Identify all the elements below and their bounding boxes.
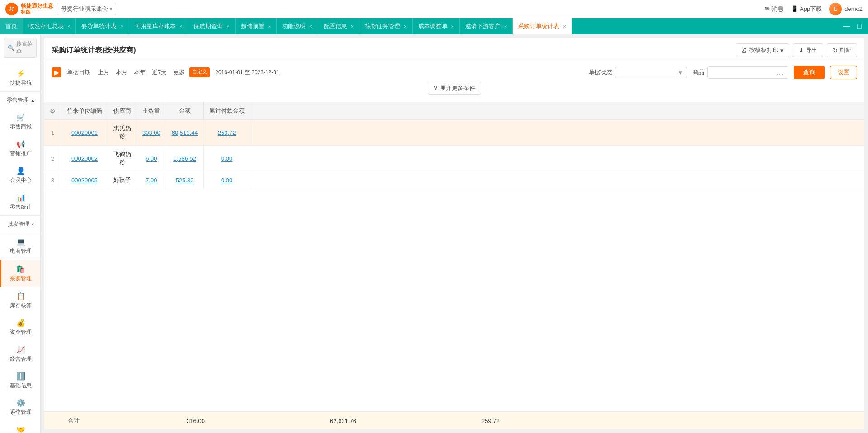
tab-picking-tasks[interactable]: 拣货任务管理 ×: [359, 18, 412, 34]
table-row: 1 00020001 惠氏奶粉 303.00 60,519.44 259.72: [44, 120, 864, 146]
this-month-btn[interactable]: 本月: [114, 67, 129, 77]
row-paid[interactable]: 259.72: [203, 120, 250, 146]
sidebar-item-marketing[interactable]: 📢 营销推广: [0, 135, 40, 162]
refresh-button[interactable]: ↻ 刷新: [827, 43, 857, 57]
row-qty[interactable]: 303.00: [137, 120, 166, 146]
workspace-selector[interactable]: 母婴行业演示账套 ▾: [57, 3, 116, 15]
row-amount[interactable]: 60,519.44: [166, 120, 203, 146]
row-code[interactable]: 00020002: [61, 146, 108, 171]
export-button[interactable]: ⬇ 导出: [793, 43, 823, 57]
sidebar-item-member-center[interactable]: 👤 会员中心: [0, 162, 40, 189]
this-year-btn[interactable]: 本年: [132, 67, 147, 77]
sidebar-search[interactable]: 🔍 搜索菜单: [0, 34, 40, 62]
date-quick-buttons: 上月 本月 本年 近7天 更多 自定义: [96, 67, 210, 77]
sidebar-item-inventory[interactable]: 📋 库存核算: [0, 287, 40, 314]
tab-available-stock[interactable]: 可用量库存账本 ×: [129, 18, 188, 34]
expand-more-button[interactable]: ⊻ 展开更多条件: [428, 82, 481, 95]
tab-order-stats[interactable]: 要货单统计表 ×: [76, 18, 129, 34]
last-month-btn[interactable]: 上月: [96, 67, 111, 77]
row-paid[interactable]: 0.00: [203, 171, 250, 189]
close-icon[interactable]: ×: [67, 24, 70, 29]
expand-more-row: ⊻ 展开更多条件: [52, 79, 857, 97]
avatar: E: [829, 3, 842, 15]
tab-expiry-query[interactable]: 保质期查询 ×: [188, 18, 235, 34]
sidebar-item-retail-mgmt[interactable]: 零售管理 ▲: [0, 92, 40, 109]
sidebar-item-system[interactable]: ⚙️ 系统管理: [0, 394, 40, 421]
more-btn[interactable]: 更多: [171, 67, 187, 77]
sidebar-item-ecommerce[interactable]: 💻 电商管理: [0, 233, 40, 260]
sidebar-item-cooperation[interactable]: 🤝 企业协同: [0, 421, 40, 433]
minimize-icon[interactable]: —: [840, 20, 853, 32]
sidebar-item-retail-mall[interactable]: 🛒 零售商城: [0, 109, 40, 135]
print-button[interactable]: 🖨 按模板打印 ▾: [736, 43, 789, 57]
status-filter: 单据状态 ▾: [589, 67, 687, 78]
sidebar-item-retail-stats[interactable]: 📊 零售统计: [0, 189, 40, 215]
tab-overstock-warning[interactable]: 超储预警 ×: [236, 18, 277, 34]
tab-purchase-order-stats[interactable]: 采购订单统计表 ×: [513, 18, 571, 34]
close-icon[interactable]: ×: [451, 24, 454, 29]
filter-row-1: ▶ 单据日期 上月 本月 本年 近7天 更多 自定义 2016-01-01 至 …: [52, 66, 857, 79]
sidebar-item-basic-info[interactable]: ℹ️ 基础信息: [0, 367, 40, 394]
chevron-down-icon: ▾: [780, 47, 783, 54]
sidebar-item-wholesale[interactable]: 批发管理 ▾: [0, 216, 40, 233]
sidebar-item-finance[interactable]: 💰 资金管理: [0, 314, 40, 341]
row-paid[interactable]: 0.00: [203, 146, 250, 171]
user-area[interactable]: E demo2: [829, 3, 863, 15]
close-icon[interactable]: ×: [563, 24, 566, 29]
row-code[interactable]: 00020001: [61, 120, 108, 146]
maximize-icon[interactable]: □: [854, 20, 864, 32]
close-icon[interactable]: ×: [351, 24, 354, 29]
purchase-icon: 🛍️: [16, 265, 25, 273]
settings-button[interactable]: 设置: [830, 66, 857, 79]
row-qty[interactable]: 6.00: [137, 146, 166, 171]
search-box[interactable]: 🔍 搜索菜单: [4, 38, 37, 58]
tab-config[interactable]: 配置信息 ×: [318, 18, 359, 34]
close-icon[interactable]: ×: [309, 24, 312, 29]
tab-cost-adjust[interactable]: 成本调整单 ×: [413, 18, 460, 34]
tab-home[interactable]: 首页: [0, 18, 23, 34]
sidebar-item-business-mgmt[interactable]: 📈 经营管理: [0, 341, 40, 367]
close-icon[interactable]: ×: [504, 24, 507, 29]
row-amount[interactable]: 525.80: [166, 171, 203, 189]
row-amount[interactable]: 1,586.52: [166, 146, 203, 171]
sidebar-item-purchase[interactable]: 🛍️ 采购管理: [0, 260, 40, 287]
status-select[interactable]: ▾: [615, 67, 687, 78]
col-paid: 累计付款金额: [203, 102, 250, 120]
app-download-button[interactable]: 📱 App下载: [791, 5, 822, 13]
message-button[interactable]: ✉ 消息: [765, 5, 783, 13]
col-settings: ⚙: [44, 102, 61, 120]
finance-icon: 💰: [16, 319, 25, 327]
close-icon[interactable]: ×: [268, 24, 271, 29]
download-icon: 📱: [791, 5, 798, 12]
last-7-days-btn[interactable]: 近7天: [150, 67, 169, 77]
ecommerce-icon: 💻: [16, 238, 25, 246]
row-code[interactable]: 00020005: [61, 171, 108, 189]
table-body: 1 00020001 惠氏奶粉 303.00 60,519.44 259.72 …: [44, 120, 864, 189]
query-button[interactable]: 查询: [794, 66, 825, 79]
tab-invite-downstream[interactable]: 邀请下游客户 ×: [460, 18, 513, 34]
goods-input[interactable]: …: [707, 66, 788, 79]
retail-mall-icon: 🛒: [16, 113, 25, 122]
more-icon[interactable]: …: [776, 68, 783, 76]
tab-receive-summary[interactable]: 收发存汇总表 ×: [23, 18, 76, 34]
row-extra: [250, 171, 864, 189]
row-extra: [250, 146, 864, 171]
filter-toggle-button[interactable]: ▶: [52, 67, 61, 77]
gear-icon[interactable]: ⚙: [50, 107, 56, 114]
footer-label: 合计: [68, 417, 122, 425]
tab-function-desc[interactable]: 功能说明 ×: [277, 18, 318, 34]
close-icon[interactable]: ×: [179, 24, 182, 29]
close-icon[interactable]: ×: [120, 24, 123, 29]
row-qty[interactable]: 7.00: [137, 171, 166, 189]
close-icon[interactable]: ×: [404, 24, 406, 29]
footer-cells: 316.00 62,631.76 259.72: [122, 418, 859, 424]
business-icon: 📈: [16, 345, 25, 354]
page-header: 采购订单统计表(按供应商) 🖨 按模板打印 ▾ ⬇ 导出 ↻ 刷新: [44, 38, 864, 61]
export-icon: ⬇: [799, 47, 804, 54]
print-icon: 🖨: [741, 47, 747, 54]
custom-tag: 自定义: [189, 67, 210, 77]
close-icon[interactable]: ×: [226, 24, 229, 29]
cooperation-icon: 🤝: [16, 425, 25, 433]
table-header-row: ⚙ 往来单位编码 供应商 主数量 金额 累计付款金额: [44, 102, 864, 120]
sidebar-item-quick-nav[interactable]: ⚡ 快捷导航: [0, 65, 40, 91]
